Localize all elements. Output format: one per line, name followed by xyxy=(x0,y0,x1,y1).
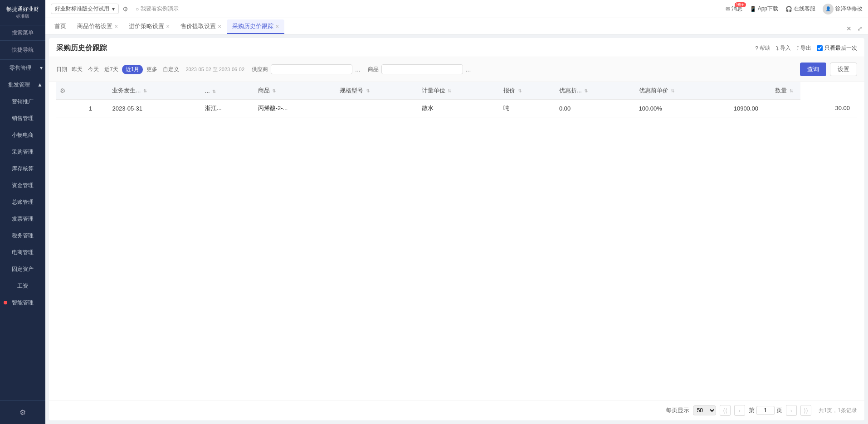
sidebar-quick-nav[interactable]: 快捷导航 xyxy=(0,41,45,60)
tab-maximize[interactable]: ⤢ xyxy=(855,23,864,34)
sidebar: 畅捷通好业财 标准版 搜索菜单 快捷导航 零售管理 ▾ 批发管理 ▲ 营销推广 … xyxy=(0,0,45,424)
only-last-checkbox-group: 只看最后一次 xyxy=(817,44,857,52)
tab-strategy[interactable]: 进价策略设置 ✕ xyxy=(123,19,175,34)
data-table: ⚙ 业务发生... ⇅ ... ⇅ 商品 ⇅ xyxy=(56,82,857,117)
sidebar-item-inventory[interactable]: 库存核算 xyxy=(0,160,45,177)
messages-button[interactable]: ✉ 消息 99+ xyxy=(726,5,742,13)
cell-spec xyxy=(336,100,418,117)
sidebar-item-smart[interactable]: 智能管理 xyxy=(0,294,45,311)
sidebar-gear-icon[interactable]: ⚙ xyxy=(0,405,45,420)
date-btn-today[interactable]: 今天 xyxy=(86,65,101,74)
sidebar-item-tax[interactable]: 税务管理 xyxy=(0,227,45,244)
col-price[interactable]: 报价 ⇅ xyxy=(500,82,556,100)
user-menu[interactable]: 👤 徐泽华修改 xyxy=(823,4,863,14)
supplier-more-icon[interactable]: ... xyxy=(355,66,361,73)
sidebar-item-retail[interactable]: 零售管理 ▾ xyxy=(0,60,45,77)
filter-row: 日期 昨天 今天 近7天 近1月 更多 自定义 2023-05-02 至 202… xyxy=(56,63,857,76)
last-page-button[interactable]: ⟩⟩ xyxy=(800,405,811,416)
first-page-button[interactable]: ⟨⟨ xyxy=(720,405,731,416)
per-page-select[interactable]: 50 10 20 100 xyxy=(693,405,716,415)
sidebar-item-assets[interactable]: 固定资产 xyxy=(0,261,45,278)
supplier-label: 供应商 xyxy=(252,66,268,73)
date-range: 2023-05-02 至 2023-06-02 xyxy=(185,66,244,73)
app-download-button[interactable]: 📱 App下载 xyxy=(750,5,778,13)
supplier-input[interactable] xyxy=(271,64,352,74)
only-last-label: 只看最后一次 xyxy=(824,44,857,52)
sidebar-item-wholesale[interactable]: 批发管理 ▲ xyxy=(0,77,45,93)
tab-strategy-close[interactable]: ✕ xyxy=(166,24,170,29)
settings-icon[interactable]: ⚙ xyxy=(122,5,128,13)
col-discount-pct[interactable]: 优惠折... ⇅ xyxy=(556,82,635,100)
col-spec[interactable]: 规格型号 ⇅ xyxy=(336,82,418,100)
tab-extract-close[interactable]: ✕ xyxy=(218,24,221,29)
headset-icon: 🎧 xyxy=(785,6,792,12)
page-input[interactable] xyxy=(756,406,775,415)
column-settings-icon[interactable]: ⚙ xyxy=(60,87,66,94)
export-button[interactable]: ⤴ 导出 xyxy=(796,44,811,52)
tab-home[interactable]: 首页 xyxy=(49,19,72,34)
date-btn-1month[interactable]: 近1月 xyxy=(122,65,143,74)
sidebar-item-payroll[interactable]: 工资 xyxy=(0,278,45,294)
product-more-icon[interactable]: ... xyxy=(466,66,471,73)
sidebar-item-finance[interactable]: 资金管理 xyxy=(0,177,45,194)
cell-product: 丙烯酸-2-... xyxy=(254,100,336,117)
col-date[interactable]: 业务发生... ⇅ xyxy=(108,82,201,100)
query-button[interactable]: 查询 xyxy=(800,63,826,76)
col-unit[interactable]: 计量单位 ⇅ xyxy=(418,82,500,100)
sidebar-item-marketing[interactable]: 营销推广 xyxy=(0,93,45,110)
col-discount-price[interactable]: 优惠前单价 ⇅ xyxy=(635,82,730,100)
date-btn-7days[interactable]: 近7天 xyxy=(102,65,120,74)
sidebar-item-ecommerce-small[interactable]: 小畅电商 xyxy=(0,127,45,144)
date-btn-yesterday[interactable]: 昨天 xyxy=(70,65,84,74)
cell-quantity: 30.00 xyxy=(800,100,857,117)
col-quantity-label: 数量 xyxy=(775,87,787,94)
table-body: 1 2023-05-31 浙江... 丙烯酸-2-... 散水 吨 0.00 1… xyxy=(56,100,857,117)
tab-purchase-history-close[interactable]: ✕ xyxy=(275,24,279,29)
demo-link[interactable]: ○ 我要看实例演示 xyxy=(136,5,179,13)
sort-discount-pct-icon: ⇅ xyxy=(584,88,588,93)
cell-unit: 散水 xyxy=(418,100,500,117)
only-last-checkbox[interactable] xyxy=(817,45,823,51)
settings-button[interactable]: 设置 xyxy=(830,63,857,76)
date-btn-custom[interactable]: 自定义 xyxy=(161,65,181,74)
next-page-button[interactable]: › xyxy=(786,405,797,416)
page-content: 采购历史价跟踪 ? 帮助 ⤵ 导入 ⤴ 导出 只看最后一次 xyxy=(49,38,864,420)
table-row: 1 2023-05-31 浙江... 丙烯酸-2-... 散水 吨 0.00 1… xyxy=(56,100,857,117)
prev-page-button[interactable]: ‹ xyxy=(734,405,745,416)
tab-price-close[interactable]: ✕ xyxy=(114,24,118,29)
help-button[interactable]: ? 帮助 xyxy=(755,44,770,52)
col-extra[interactable]: ... ⇅ xyxy=(201,82,254,100)
page-label: 第 xyxy=(749,406,755,414)
sidebar-item-ecommerce[interactable]: 电商管理 xyxy=(0,244,45,261)
product-selector[interactable]: 好业财标准版交付试用 ▾ xyxy=(51,4,119,14)
sidebar-item-ledger[interactable]: 总账管理 xyxy=(0,194,45,211)
sidebar-item-purchase[interactable]: 采购管理 xyxy=(0,144,45,160)
date-btn-more[interactable]: 更多 xyxy=(145,65,159,74)
message-icon: ✉ xyxy=(726,6,730,12)
selector-text: 好业财标准版交付试用 xyxy=(55,5,109,13)
sidebar-item-search[interactable]: 搜索菜单 xyxy=(0,25,45,41)
supplier-filter: 供应商 ... xyxy=(252,64,361,74)
product-input[interactable] xyxy=(381,64,463,74)
table-header: ⚙ 业务发生... ⇅ ... ⇅ 商品 ⇅ xyxy=(56,82,857,100)
tab-price[interactable]: 商品价格设置 ✕ xyxy=(72,19,123,34)
tab-extract[interactable]: 售价提取设置 ✕ xyxy=(175,19,227,34)
sort-product-icon: ⇅ xyxy=(272,88,276,93)
tab-purchase-history[interactable]: 采购历史价跟踪 ✕ xyxy=(227,19,284,34)
tab-close-window[interactable]: ✕ xyxy=(844,23,853,34)
sort-price-icon: ⇅ xyxy=(518,88,522,93)
import-button[interactable]: ⤵ 导入 xyxy=(776,44,791,52)
topbar: 好业财标准版交付试用 ▾ ⚙ ○ 我要看实例演示 ✉ 消息 99+ 📱 App下… xyxy=(45,0,868,18)
col-discount-pct-label: 优惠折... xyxy=(559,87,582,94)
phone-icon: 📱 xyxy=(750,6,756,12)
col-seq xyxy=(85,82,108,100)
messages-badge: 99+ xyxy=(735,2,746,7)
col-product[interactable]: 商品 ⇅ xyxy=(254,82,336,100)
sidebar-item-sales[interactable]: 销售管理 xyxy=(0,110,45,127)
sort-date-icon: ⇅ xyxy=(143,88,147,93)
demo-text: 我要看实例演示 xyxy=(141,5,179,13)
customer-service-button[interactable]: 🎧 在线客服 xyxy=(785,5,815,13)
col-quantity[interactable]: 数量 ⇅ xyxy=(730,82,800,100)
sidebar-item-invoice[interactable]: 发票管理 xyxy=(0,211,45,227)
tab-price-label: 商品价格设置 xyxy=(77,22,112,30)
